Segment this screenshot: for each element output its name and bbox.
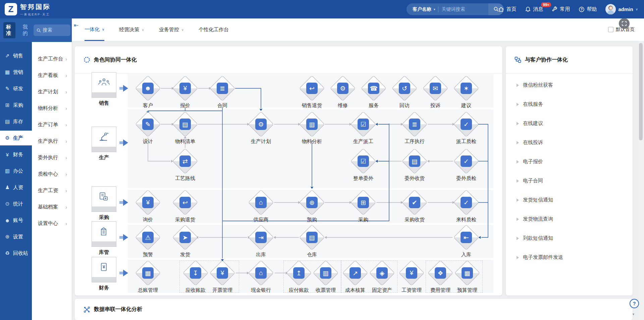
submenu-item-生产订单[interactable]: 生产订单› bbox=[32, 117, 72, 133]
sidebar-item-统计[interactable]: ⊙统计 bbox=[0, 196, 32, 211]
diagram-node-客户[interactable]: ☻客户 bbox=[136, 76, 160, 101]
diagram-node-入库[interactable]: ⇤入库 bbox=[454, 225, 479, 250]
collab-item-电子发票邮件发送[interactable]: 电子发票邮件发送 bbox=[517, 254, 563, 261]
submenu-item-生产工资[interactable]: 生产工资› bbox=[32, 182, 72, 199]
sidebar-item-库存[interactable]: ▤库存 bbox=[0, 114, 32, 129]
diagram-node-固定资产[interactable]: ◈固定资产 bbox=[370, 261, 394, 285]
sidebar-item-采购[interactable]: ⊞采购 bbox=[0, 98, 32, 112]
topnav-item-messages[interactable]: 消息99+ bbox=[525, 6, 543, 12]
diagram-node-现金银行[interactable]: ⌂现金银行 bbox=[249, 261, 273, 285]
fullscreen-button[interactable] bbox=[619, 18, 630, 29]
diagram-node-开票管理[interactable]: ¥开票管理 bbox=[210, 261, 235, 285]
diagram-node-应收账款[interactable]: ↧应收账款 bbox=[183, 261, 208, 285]
collab-item-在线服务[interactable]: 在线服务 bbox=[517, 101, 543, 107]
topnav-item-home[interactable]: 首页 bbox=[498, 6, 516, 12]
diagram-node-询价[interactable]: ¥询价 bbox=[136, 190, 160, 215]
sidebar-tab-mine[interactable]: 我的 bbox=[20, 22, 32, 38]
collab-item-电子报价[interactable]: 电子报价 bbox=[517, 158, 543, 165]
submenu-item-质检中心[interactable]: 质检中心› bbox=[32, 166, 72, 182]
diagram-node-设计[interactable]: ✎设计 bbox=[136, 112, 160, 137]
topnav-item-help[interactable]: ?帮助 bbox=[579, 6, 597, 12]
search-input[interactable]: 关键词搜索 bbox=[438, 6, 488, 12]
diagram-node-建议[interactable]: ✶建议 bbox=[454, 76, 479, 101]
diagram-node-投诉[interactable]: ✉投诉 bbox=[423, 76, 448, 101]
collab-item-在线投诉[interactable]: 在线投诉 bbox=[517, 139, 543, 146]
diagram-node-物料分析[interactable]: ▥物料分析 bbox=[300, 112, 324, 137]
diagram-node-预警[interactable]: ⚠预警 bbox=[136, 225, 160, 250]
sidebar-item-销售[interactable]: ⇗销售 bbox=[0, 48, 32, 63]
collab-item-微信粉丝获客[interactable]: 微信粉丝获客 bbox=[517, 82, 553, 88]
submenu-search-box[interactable]: 搜索 bbox=[34, 25, 70, 36]
diagram-node-合同[interactable]: ≣合同 bbox=[210, 76, 235, 101]
tab-经营决策[interactable]: 经营决策∨ bbox=[119, 18, 144, 41]
diagram-node-维修[interactable]: ⚙维修 bbox=[330, 76, 355, 101]
collab-item-在线建议[interactable]: 在线建议 bbox=[517, 120, 543, 127]
sidebar-tab-standard[interactable]: 标准 bbox=[3, 22, 15, 38]
help-collapse-caret[interactable]: ▼ bbox=[632, 313, 635, 316]
diagram-node-供应商[interactable]: ⌂供应商 bbox=[249, 190, 273, 215]
sidebar-item-生产[interactable]: ⚙生产 bbox=[0, 131, 32, 145]
topnav-item-favorites[interactable]: 常用 bbox=[552, 6, 570, 12]
help-float-button[interactable]: ? bbox=[630, 299, 639, 308]
diagram-node-委外质检[interactable]: ✓委外质检 bbox=[454, 149, 479, 174]
diagram-node-采购[interactable]: ⊞采购 bbox=[351, 190, 376, 215]
diagram-node-成本核算[interactable]: ↗成本核算 bbox=[343, 261, 368, 285]
diagram-node-服务[interactable]: ☎服务 bbox=[361, 76, 386, 101]
collab-item-电子合同[interactable]: 电子合同 bbox=[517, 178, 543, 184]
user-menu[interactable]: admin∨ bbox=[605, 4, 638, 14]
caret-down-icon[interactable]: ▾ bbox=[434, 8, 435, 11]
submenu-item-委外执行[interactable]: 委外执行› bbox=[32, 149, 72, 166]
diagram-node-整单委外[interactable]: ☑整单委外 bbox=[351, 149, 376, 174]
submenu-item-基础档案[interactable]: 基础档案› bbox=[32, 199, 72, 215]
collab-item-发货短信通知[interactable]: 发货短信通知 bbox=[517, 197, 553, 203]
page-scrollbar[interactable] bbox=[638, 41, 644, 320]
diagram-node-收票管理[interactable]: ▥收票管理 bbox=[313, 261, 338, 285]
diagram-node-应付账款[interactable]: ↥应付账款 bbox=[286, 261, 311, 285]
submenu-item-生产执行[interactable]: 生产执行› bbox=[32, 133, 72, 149]
diagram-node-费用管理[interactable]: ❖费用管理 bbox=[428, 261, 453, 285]
tab-一体化[interactable]: 一体化∨ bbox=[85, 18, 104, 41]
tab-业务管控[interactable]: 业务管控∨ bbox=[159, 18, 184, 41]
diagram-node-总账管理[interactable]: ▦总账管理 bbox=[136, 261, 160, 285]
diagram-node-工序执行[interactable]: ≣工序执行 bbox=[402, 112, 427, 137]
submenu-item-生产计划[interactable]: 生产计划› bbox=[32, 84, 72, 100]
submenu-item-生产看板[interactable]: 生产看板› bbox=[32, 67, 72, 84]
sidebar-item-办公[interactable]: ▥办公 bbox=[0, 164, 32, 178]
sidebar-item-设置[interactable]: ⊛设置 bbox=[0, 229, 32, 244]
diagram-node-工资管理[interactable]: ¥工资管理 bbox=[399, 261, 424, 285]
search-category-select[interactable]: 客户名称 bbox=[407, 6, 431, 12]
diagram-node-生产计划[interactable]: ⚙生产计划 bbox=[249, 112, 273, 137]
diagram-node-采购退货[interactable]: ↩采购退货 bbox=[173, 190, 198, 215]
diagram-node-工艺路线[interactable]: ⇄工艺路线 bbox=[173, 149, 198, 174]
diagram-node-销售退货[interactable]: ↩销售退货 bbox=[300, 76, 324, 101]
diagram-node-采购收货[interactable]: ✔采购收货 bbox=[402, 190, 427, 215]
sidebar-item-回收站[interactable]: ♻回收站 bbox=[0, 246, 32, 261]
diagram-node-预算管理[interactable]: ▦预算管理 bbox=[455, 261, 480, 285]
submenu-search[interactable]: 搜索 bbox=[32, 18, 72, 42]
submenu-item-生产工作台[interactable]: 生产工作台› bbox=[32, 51, 72, 67]
default-home-checkbox[interactable] bbox=[608, 27, 613, 32]
scrollbar-thumb[interactable] bbox=[639, 43, 643, 140]
diagram-node-委外收货[interactable]: ▤委外收货 bbox=[402, 149, 427, 174]
diagram-node-来料质检[interactable]: ✓来料质检 bbox=[454, 190, 479, 215]
global-search[interactable]: 客户名称 ▾ 关键词搜索 bbox=[407, 3, 504, 15]
diagram-node-派工质检[interactable]: ✓派工质检 bbox=[454, 112, 479, 137]
diagram-node-预购[interactable]: ⊕预购 bbox=[300, 190, 324, 215]
diagram-node-物料清单[interactable]: ▤物料清单 bbox=[173, 112, 198, 137]
collab-item-到款短信通知[interactable]: 到款短信通知 bbox=[517, 235, 553, 241]
sidebar-item-人资[interactable]: ♟人资 bbox=[0, 180, 32, 195]
collab-item-发货物流查询[interactable]: 发货物流查询 bbox=[517, 216, 553, 222]
diagram-node-报价[interactable]: ¥报价 bbox=[173, 76, 198, 101]
sidebar-item-财务[interactable]: ¥财务 bbox=[0, 147, 32, 162]
sidebar-item-营销[interactable]: ▦营销 bbox=[0, 65, 32, 80]
tab-个性化工作台[interactable]: 个性化工作台 bbox=[199, 18, 229, 41]
diagram-node-发货[interactable]: ➤发货 bbox=[173, 225, 198, 250]
collapse-sidebar-icon[interactable]: ⇤ bbox=[74, 22, 78, 29]
submenu-item-物料分析[interactable]: 物料分析› bbox=[32, 100, 72, 117]
submenu-item-设置中心[interactable]: 设置中心› bbox=[32, 215, 72, 232]
diagram-node-出库[interactable]: ⇥出库 bbox=[249, 225, 273, 250]
diagram-node-回访[interactable]: ↺回访 bbox=[392, 76, 417, 101]
diagram-node-生产派工[interactable]: ☑生产派工 bbox=[351, 112, 376, 137]
sidebar-item-研发[interactable]: ✎研发 bbox=[0, 81, 32, 96]
diagram-node-仓库[interactable]: ▤仓库 bbox=[300, 225, 324, 250]
